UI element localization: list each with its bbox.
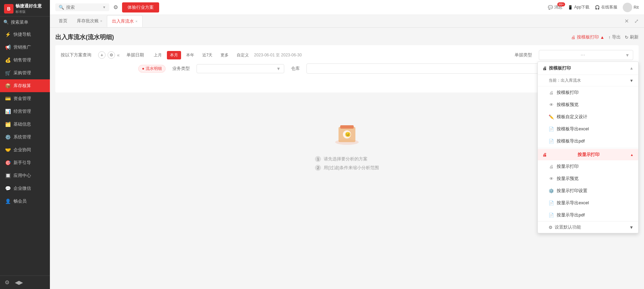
finance-icon: 💳: [5, 96, 11, 102]
sidebar-item-base[interactable]: 🗂️ 基础信息: [0, 118, 50, 131]
dropdown-title: 🖨 按模板打印: [543, 65, 571, 71]
date-this-month[interactable]: 本月: [167, 51, 181, 59]
refresh-label: 刷新: [630, 34, 639, 40]
sidebar-item-label: 采购管理: [13, 70, 31, 76]
empty-step-1: 1 请先选择要分析的方案: [315, 156, 379, 162]
filter-tag-detail[interactable]: ● 流水明细: [138, 65, 166, 73]
sidebar-item-member[interactable]: 👤 畅会员: [0, 195, 50, 208]
expand-icon[interactable]: ⤢: [633, 17, 640, 25]
user-name: Rit: [634, 5, 639, 10]
tab-home[interactable]: 首页: [54, 15, 72, 27]
filter-add-button[interactable]: +: [98, 51, 106, 59]
dropdown-item-template-custom[interactable]: ✏️ 模板自定义设计: [538, 111, 638, 123]
app-download-button[interactable]: 📱 App下载: [568, 4, 589, 10]
message-badge: 99+: [557, 2, 565, 6]
topbar-search-wrap[interactable]: 🔍 ▼: [55, 3, 109, 11]
sidebar-item-guide[interactable]: 🎯 新手引导: [0, 156, 50, 169]
search-icon: 🔍: [3, 20, 9, 25]
dropdown-current-item[interactable]: 当前：出入库流水 ▼: [538, 75, 638, 86]
dropdown-header-arrow-icon[interactable]: ▲: [630, 66, 634, 71]
sidebar-item-quick-nav[interactable]: ⚡ 快捷导航: [0, 28, 50, 41]
tag-icon: ●: [142, 66, 144, 71]
sidebar-item-sales[interactable]: 💰 销售管理: [0, 54, 50, 67]
business-type-arrow-icon: ▼: [276, 66, 281, 71]
headset-icon: 🎧: [595, 5, 600, 10]
refresh-button[interactable]: ↻ 刷新: [625, 34, 639, 40]
topbar-search-input[interactable]: [66, 5, 100, 10]
sidebar-item-finance[interactable]: 💳 资金管理: [0, 92, 50, 105]
sidebar-item-marketing[interactable]: 📢 营销推广: [0, 41, 50, 54]
print-template-button[interactable]: 🖨 按模板打印 ▲: [571, 34, 605, 40]
tab-batch-account-close-icon[interactable]: ×: [100, 19, 102, 23]
date-this-year[interactable]: 本年: [183, 51, 197, 59]
print-template-label: 按模板打印: [577, 34, 599, 40]
date-custom[interactable]: 自定义: [234, 51, 252, 59]
tab-batch-account-label: 库存批次账: [77, 18, 99, 24]
display-print-icon: 🖨: [543, 152, 547, 157]
user-avatar[interactable]: Rit: [623, 3, 639, 12]
sidebar-item-system[interactable]: ⚙️ 系统管理: [0, 131, 50, 143]
date-more[interactable]: 更多: [217, 51, 232, 59]
app-name: 畅捷通好生意: [16, 3, 42, 9]
dropdown-template-section: 当前：出入库流水 ▼ 🖨 按模板打印 👁 按模板预览 ✏️ 模板自定义设计 📄: [538, 75, 638, 147]
step-2-num: 2: [315, 165, 321, 171]
quick-nav-icon: ⚡: [5, 31, 11, 37]
topbar: 🔍 ▼ ⚙ 体验行业方案 💬 消息 99+ 📱 App下载 🎧 在线客服 Rit: [50, 0, 644, 15]
sidebar-item-apps[interactable]: 🔲 应用中心: [0, 169, 50, 182]
export-button[interactable]: ↑ 导出: [609, 34, 621, 40]
collapse-sidebar-icon[interactable]: ◀▶: [15, 279, 23, 286]
settings-icon[interactable]: ⚙: [5, 279, 9, 286]
search-dropdown-arrow-icon: ▼: [103, 5, 106, 9]
sidebar-item-purchase[interactable]: 🛒 采购管理: [0, 67, 50, 79]
filter-settings-button[interactable]: ⚙: [108, 51, 115, 59]
sidebar-item-label: 快捷导航: [13, 31, 31, 37]
dropdown-footer[interactable]: ⚙ 设置默认功能 ▼: [538, 221, 638, 233]
sidebar-item-inventory[interactable]: 📦 库存核算: [0, 79, 50, 92]
sidebar-bottom: ⚙ ◀▶: [0, 275, 50, 289]
avatar-image: [623, 3, 632, 12]
pdf-icon: 📄: [549, 138, 554, 144]
export-icon: ↑: [609, 35, 611, 40]
dropdown-display-section: 🖨 按显示打印 👁 按显示预览 ⚙️ 按显示打印设置 📄 按显示导出excel …: [538, 160, 638, 221]
dropdown-item-display-excel[interactable]: 📄 按显示导出excel: [538, 197, 638, 209]
dropdown-item-template-print[interactable]: 🖨 按模板打印: [538, 86, 638, 99]
sidebar-item-label: 销售管理: [13, 57, 31, 63]
dropdown-item-display-pdf[interactable]: 📄 按显示导出pdf: [538, 209, 638, 221]
sidebar-logo: B 畅捷通好生意 标准版: [0, 0, 50, 17]
sidebar-item-wechat[interactable]: 💬 企业微信: [0, 182, 50, 195]
date-last-month[interactable]: 上月: [151, 51, 165, 59]
section-display-label: 按显示打印: [578, 152, 599, 158]
sidebar-item-label: 系统管理: [13, 134, 31, 140]
sidebar-nav: ⚡ 快捷导航 📢 营销推广 💰 销售管理 🛒 采购管理 📦 库存核算 💳 资金管…: [0, 28, 50, 275]
divider: [538, 148, 638, 148]
filter-collapse-icon[interactable]: «: [117, 52, 120, 58]
dropdown-item-template-pdf[interactable]: 📄 按模板导出pdf: [538, 135, 638, 147]
close-tab-icon[interactable]: ✕: [623, 17, 630, 25]
dropdown-item-template-preview[interactable]: 👁 按模板预览: [538, 99, 638, 111]
excel-icon: 📄: [549, 126, 554, 132]
sidebar-item-operations[interactable]: 📊 经营管理: [0, 105, 50, 118]
page-content: 出入库流水(流水明细) 🖨 按模板打印 ▲ ↑ 导出 ↻ 刷新: [50, 28, 644, 289]
dropdown-item-display-settings[interactable]: ⚙️ 按显示打印设置: [538, 185, 638, 197]
sidebar-item-cooperation[interactable]: 🤝 企业协同: [0, 143, 50, 156]
dropdown-item-display-print[interactable]: 🖨 按显示打印: [538, 160, 638, 173]
tab-flow-close-icon[interactable]: ×: [135, 19, 137, 23]
dropdown-display-section-title[interactable]: 🖨 按显示打印 ▲: [538, 149, 638, 160]
step-2-text: 用[过滤]条件来缩小分析范围: [324, 165, 379, 171]
message-icon: 💬: [548, 5, 553, 10]
business-type-select[interactable]: ▼: [197, 64, 284, 73]
tab-batch-account[interactable]: 库存批次账 ×: [72, 15, 107, 27]
footer-arrow-icon: ▼: [629, 225, 634, 230]
tab-flow[interactable]: 出入库流水 ×: [107, 15, 142, 27]
message-button[interactable]: 💬 消息 99+: [548, 4, 562, 10]
dropdown-item-display-preview[interactable]: 👁 按显示预览: [538, 173, 638, 185]
trial-button[interactable]: 体验行业方案: [122, 2, 159, 12]
footer-label: 设置默认功能: [555, 224, 581, 230]
date-7days[interactable]: 近7天: [199, 51, 216, 59]
sidebar-search[interactable]: 🔍 搜索菜单: [0, 17, 50, 28]
filter-tag-label: 流水明细: [146, 66, 162, 72]
bill-type-select[interactable]: ··· ▼: [539, 50, 633, 60]
topbar-gear-icon[interactable]: ⚙: [113, 4, 118, 10]
dropdown-item-template-excel[interactable]: 📄 按模板导出excel: [538, 123, 638, 135]
customer-service-button[interactable]: 🎧 在线客服: [595, 4, 617, 10]
